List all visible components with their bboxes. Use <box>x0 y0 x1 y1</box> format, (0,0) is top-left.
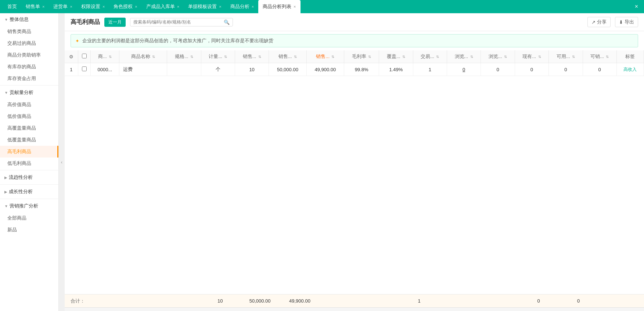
cell-views2: 0 <box>481 63 515 76</box>
col-available-stock[interactable]: 可用... ⇅ <box>549 50 583 63</box>
footer-sales-qty: 10 <box>200 298 240 304</box>
nav-permission-setting[interactable]: 权限设置 × <box>77 0 109 13</box>
col-settings[interactable]: ⚙ <box>65 50 78 63</box>
nav-doc-template[interactable]: 单据模板设置 × <box>184 0 226 13</box>
close-all-tabs-button[interactable]: × <box>632 3 641 10</box>
arrow-icon: ▼ <box>4 204 8 208</box>
footer-sales-amount: 50,000.00 <box>240 298 280 304</box>
nav-product-inbound[interactable]: 产成品入库单 × <box>142 0 184 13</box>
col-spec[interactable]: 规格... ⇅ <box>167 50 201 63</box>
sidebar-item-sales-goods[interactable]: 销售类商品 <box>0 26 58 37</box>
search-icon[interactable]: 🔍 <box>224 19 230 25</box>
sidebar-item-low-coverage[interactable]: 低覆盖量商品 <box>0 134 58 146</box>
sidebar-group-overall-info[interactable]: ▼ 整体信息 <box>0 13 58 26</box>
close-product-analysis-list[interactable]: × <box>294 4 296 9</box>
share-icon: ↗ <box>591 19 596 25</box>
close-product-inbound[interactable]: × <box>177 4 179 9</box>
share-button[interactable]: ↗ 分享 <box>587 17 611 27</box>
sidebar-item-high-value[interactable]: 高价值商品 <box>0 99 58 111</box>
cell-transactions: 1 <box>413 63 447 76</box>
row-checkbox[interactable] <box>82 66 87 71</box>
sidebar-item-category-sales-rate[interactable]: 商品分类助销率 <box>0 49 58 61</box>
arrow-icon: ▶ <box>4 190 7 194</box>
sidebar-item-new-goods[interactable]: 新品 <box>0 224 58 236</box>
footer-sales-cost: 49,900.00 <box>280 298 320 304</box>
cell-checkbox[interactable] <box>78 63 90 76</box>
sort-icon: ⇅ <box>190 55 193 59</box>
sidebar: ▼ 整体信息 销售类商品 交易过的商品 商品分类助销率 有库存的商品 库存资金占… <box>0 13 59 311</box>
col-name[interactable]: 商品名称 ⇅ <box>119 50 167 63</box>
search-box: 🔍 <box>130 18 233 26</box>
sidebar-group-trend-analysis[interactable]: ▶ 流趋性分析 <box>0 171 58 184</box>
sidebar-group-contribution[interactable]: ▼ 贡献量分析 <box>0 86 58 99</box>
col-checkbox[interactable] <box>78 50 90 63</box>
cell-views1[interactable]: 0 <box>447 63 481 76</box>
col-sales-cost[interactable]: 销售... ⇅ <box>306 50 344 63</box>
col-coverage[interactable]: 覆盖... ⇅ <box>379 50 413 63</box>
sidebar-item-stock-capital[interactable]: 库存资金占用 <box>0 73 58 84</box>
arrow-icon: ▼ <box>4 18 8 22</box>
close-purchase-order[interactable]: × <box>70 4 72 9</box>
sidebar-item-traded-goods[interactable]: 交易过的商品 <box>0 37 58 49</box>
nav-role-auth[interactable]: 角色授权 × <box>109 0 141 13</box>
cell-index: 1 <box>65 63 78 76</box>
col-views2[interactable]: 浏览... ⇅ <box>481 50 515 63</box>
cell-sales-amount: 50,000.00 <box>269 63 306 76</box>
close-product-analysis[interactable]: × <box>252 4 254 9</box>
tag-high-income: 高收入 <box>623 67 637 72</box>
col-sales-qty[interactable]: 销售... ⇅ <box>235 50 269 63</box>
export-button[interactable]: ⬇ 导出 <box>615 17 638 27</box>
nav-product-analysis[interactable]: 商品分析 × <box>226 0 258 13</box>
sidebar-item-high-margin[interactable]: 高毛利商品 <box>0 146 58 158</box>
col-sales-amount[interactable]: 销售... ⇅ <box>269 50 306 63</box>
sort-icon: ⇅ <box>470 55 473 59</box>
nav-product-analysis-list[interactable]: 商品分析列表 × <box>258 0 300 13</box>
cell-sales-cost: 49,900.00 <box>306 63 344 76</box>
sort-icon: ⇅ <box>331 55 334 59</box>
sidebar-group-growth-analysis[interactable]: ▶ 成长性分析 <box>0 185 58 198</box>
col-transactions[interactable]: 交易... ⇅ <box>413 50 447 63</box>
search-input[interactable] <box>133 19 224 25</box>
footer-current-stock: 0 <box>519 298 558 304</box>
sidebar-item-in-stock-goods[interactable]: 有库存的商品 <box>0 61 58 73</box>
sidebar-collapse-button[interactable]: ‹ <box>59 13 65 311</box>
nav-home[interactable]: 首页 <box>3 0 21 13</box>
views1-link[interactable]: 0 <box>463 67 465 72</box>
select-all-checkbox[interactable] <box>82 54 87 58</box>
cell-code: 0000... <box>90 63 119 76</box>
main-layout: ▼ 整体信息 销售类商品 交易过的商品 商品分类助销率 有库存的商品 库存资金占… <box>0 13 644 311</box>
close-sales-order[interactable]: × <box>42 4 44 9</box>
export-icon: ⬇ <box>619 19 623 25</box>
close-doc-template[interactable]: × <box>219 4 221 9</box>
total-label: 合计： <box>71 298 93 304</box>
filter-last-month-button[interactable]: 近一月 <box>104 18 126 27</box>
horizontal-scrollbar[interactable] <box>65 307 644 311</box>
chevron-left-icon: ‹ <box>61 159 62 165</box>
cell-sales-qty: 10 <box>235 63 269 76</box>
sidebar-group-marketing[interactable]: ▼ 营销推广分析 <box>0 200 58 212</box>
nav-purchase-order[interactable]: 进货单 × <box>49 0 76 13</box>
table-container[interactable]: ⚙ 商... ⇅ 商品名称 ⇅ <box>65 50 644 294</box>
page-title: 高毛利商品 <box>71 18 100 26</box>
sort-icon: ⇅ <box>572 55 575 59</box>
sort-icon: ⇅ <box>224 55 227 59</box>
col-views1[interactable]: 浏览... ⇅ <box>447 50 481 63</box>
content-header: 高毛利商品 近一月 🔍 ↗ 分享 ⬇ 导出 <box>65 13 644 31</box>
nav-sales-order[interactable]: 销售单 × <box>21 0 49 13</box>
sidebar-item-all-goods[interactable]: 全部商品 <box>0 212 58 224</box>
footer-transactions: 1 <box>399 298 439 304</box>
col-code[interactable]: 商... ⇅ <box>90 50 119 63</box>
sidebar-item-high-coverage[interactable]: 高覆盖量商品 <box>0 122 58 134</box>
col-current-stock[interactable]: 现有... ⇅ <box>515 50 548 63</box>
footer-available-stock: 0 <box>558 298 598 304</box>
sidebar-item-low-margin[interactable]: 低毛利商品 <box>0 158 58 169</box>
close-permission-setting[interactable]: × <box>102 4 105 9</box>
cell-coverage: 1.49% <box>379 63 413 76</box>
col-gross-margin[interactable]: 毛利率 ⇅ <box>344 50 379 63</box>
close-role-auth[interactable]: × <box>135 4 137 9</box>
col-unit[interactable]: 计量... ⇅ <box>201 50 235 63</box>
content-area: 高毛利商品 近一月 🔍 ↗ 分享 ⬇ 导出 ✦ 企业的主要的利润都是这部分商品创… <box>65 13 644 311</box>
col-saleable-stock[interactable]: 可销... ⇅ <box>583 50 616 63</box>
sidebar-item-low-value[interactable]: 低价值商品 <box>0 111 58 122</box>
table-header-row: ⚙ 商... ⇅ 商品名称 ⇅ <box>65 50 644 63</box>
